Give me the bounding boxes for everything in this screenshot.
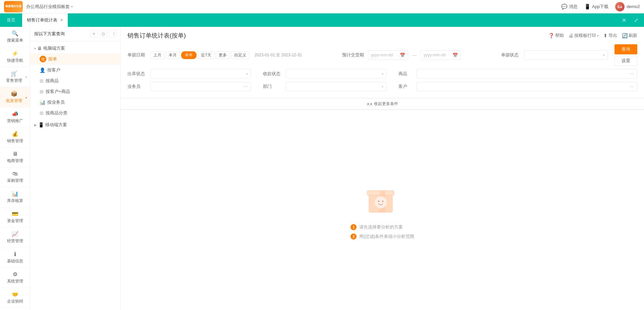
svg-point-5 xyxy=(382,201,383,202)
tree-section-pc[interactable]: ▾ 🖥 电脑端方案 xyxy=(30,43,120,53)
message-btn[interactable]: 💬 消息 xyxy=(561,4,578,10)
export-btn[interactable]: ⬆ 导出 xyxy=(603,33,617,39)
tree-section-mobile[interactable]: ▶ 📱 移动端方案 xyxy=(30,120,120,130)
expected-date-start[interactable]: yyyy-mm-dd 📅 xyxy=(368,50,408,60)
empty-step-1: 1 请先选择要分析的方案 xyxy=(351,224,414,230)
sidebar-item-search[interactable]: 🔍 搜索菜单 xyxy=(0,27,30,47)
print-btn[interactable]: 🖨 按模板打印 ▾ xyxy=(569,33,599,39)
sidebar-item-system[interactable]: ⚙ 系统管理 xyxy=(0,268,30,288)
empty-illustration xyxy=(359,180,406,217)
status-select[interactable]: ▾ xyxy=(524,50,608,60)
salesperson-label: 业务员 xyxy=(127,84,146,90)
tree-item-by-customer-product[interactable]: ⊞ 按客户+商品 xyxy=(30,86,120,97)
tree-item-by-product-category[interactable]: ⊞ 按商品分类 xyxy=(30,108,120,118)
tab-close-icon[interactable]: × xyxy=(60,17,63,23)
window-expand-btn[interactable]: ⤢ xyxy=(631,15,641,25)
sidebar-item-retail[interactable]: 🛒 零售管理 ▾ xyxy=(0,67,30,87)
page-title: 销售订单统计表(按单) xyxy=(127,32,186,40)
payment-status-select[interactable]: ▾ xyxy=(286,69,386,79)
sidebar-item-purchase[interactable]: 🛍 采购管理 xyxy=(0,167,30,187)
status-label: 单据状态 xyxy=(501,52,520,58)
department-select[interactable]: ▾ xyxy=(286,82,386,91)
shipper-status-select[interactable]: ▾ xyxy=(150,69,251,79)
window-close-btn[interactable]: ✕ xyxy=(619,15,629,25)
app-download-btn[interactable]: 📱 App下载 xyxy=(584,4,608,10)
shipper-status-label: 出库状态 xyxy=(127,71,146,77)
customer-input[interactable]: ··· xyxy=(417,82,637,91)
help-btn[interactable]: ❓ 帮助 xyxy=(548,33,564,39)
tree-item-by-customer[interactable]: 👤 按客户 xyxy=(30,65,120,75)
main-content: 销售订单统计表(按单) ❓ 帮助 🖨 按模板打印 ▾ ⬆ 导出 xyxy=(121,27,644,310)
tree-item-by-salesperson[interactable]: 📊 按业务员 xyxy=(30,97,120,108)
date-label: 单据日期 xyxy=(127,52,146,58)
sidebar-item-finance[interactable]: 💳 资金管理 xyxy=(0,207,30,227)
sidebar-item-collab[interactable]: 🤝 企业协同 xyxy=(0,288,30,308)
search-button[interactable]: 查询 xyxy=(614,44,637,54)
date-shortcuts: 上月 本月 本年 近7天 更多 自定义 xyxy=(150,51,249,59)
sidebar-item-operations[interactable]: 📈 经营管理 xyxy=(0,227,30,248)
empty-steps: 1 请先选择要分析的方案 2 用[过滤]条件来缩小分析范围 xyxy=(351,224,414,240)
logo: 畅捷通好生意 xyxy=(4,1,23,12)
avatar: Ea xyxy=(615,2,625,11)
payment-status-label: 收款状态 xyxy=(263,71,282,77)
date-btn-7days[interactable]: 近7天 xyxy=(198,51,214,59)
department-label: 部门 xyxy=(263,84,282,90)
user-menu[interactable]: Ea demo2 xyxy=(615,2,640,11)
tree-item-by-product[interactable]: ⊞ 按商品 xyxy=(30,75,120,86)
sidebar-nav: 🔍 搜索菜单 ⚡ 快捷导航 🛒 零售管理 ▾ 📦 批发管理 ▴ 📣 营销推广 xyxy=(0,27,30,310)
svg-point-4 xyxy=(378,201,379,202)
reset-button[interactable]: 设置 xyxy=(614,56,637,66)
product-input[interactable]: ··· xyxy=(417,69,637,79)
salesperson-input[interactable]: ··· xyxy=(150,82,251,91)
tab-home[interactable]: 首页 xyxy=(0,13,22,27)
tree-item-by-order[interactable]: 按 按单 xyxy=(30,53,120,65)
app-selector[interactable]: 办公用品行业模拟账套 ▾ xyxy=(26,4,73,10)
svg-point-3 xyxy=(375,196,387,208)
sidebar-item-wholesale[interactable]: 📦 批发管理 ▴ xyxy=(0,87,30,107)
sidebar-item-basic-info[interactable]: ℹ 基础信息 xyxy=(0,248,30,268)
tab-active-sales[interactable]: 销售订单统计表 × xyxy=(22,13,68,27)
sidebar-item-marketing[interactable]: 📣 营销推广 xyxy=(0,107,30,127)
add-scheme-btn[interactable]: + xyxy=(90,30,98,38)
sidebar-item-quick-nav[interactable]: ⚡ 快捷导航 xyxy=(0,47,30,67)
date-btn-more[interactable]: 更多 xyxy=(216,51,230,59)
expected-date-end[interactable]: yyyy-mm-dd 📅 xyxy=(421,50,461,60)
edit-scheme-btn[interactable]: ⊙ xyxy=(100,30,107,38)
date-btn-last-month[interactable]: 上月 xyxy=(150,51,164,59)
date-btn-this-year[interactable]: 本年 xyxy=(181,51,197,59)
sidebar-item-guide[interactable]: 🎯 新手引导 xyxy=(0,308,30,310)
collapse-panel-btn[interactable]: 《 xyxy=(109,30,116,38)
sidebar-item-sales[interactable]: 💰 销售管理 xyxy=(0,127,30,148)
sidebar-item-ecommerce[interactable]: 🖥 电商管理 xyxy=(0,148,30,167)
date-btn-custom[interactable]: 自定义 xyxy=(231,51,249,59)
left-panel: 按以下方案查询 + ⊙ 《 ▾ 🖥 电脑端方案 按 按单 xyxy=(30,27,121,310)
date-range-display: 2023-01-01 至 2023-12-31 xyxy=(255,52,302,58)
refresh-btn[interactable]: 🔄 刷新 xyxy=(622,33,637,39)
collapse-bar[interactable]: ∧∧ 收起更多条件 xyxy=(121,98,644,110)
empty-step-2: 2 用[过滤]条件来缩小分析范围 xyxy=(351,234,414,240)
expected-date-label: 预计交货期 xyxy=(342,52,364,58)
sidebar-item-inventory[interactable]: 📊 库存核算 xyxy=(0,187,30,207)
empty-state: 1 请先选择要分析的方案 2 用[过滤]条件来缩小分析范围 xyxy=(121,110,644,310)
left-panel-title: 按以下方案查询 xyxy=(34,31,88,37)
date-btn-this-month[interactable]: 本月 xyxy=(166,51,180,59)
product-label: 商品 xyxy=(398,71,413,77)
customer-label: 客户 xyxy=(398,84,413,90)
